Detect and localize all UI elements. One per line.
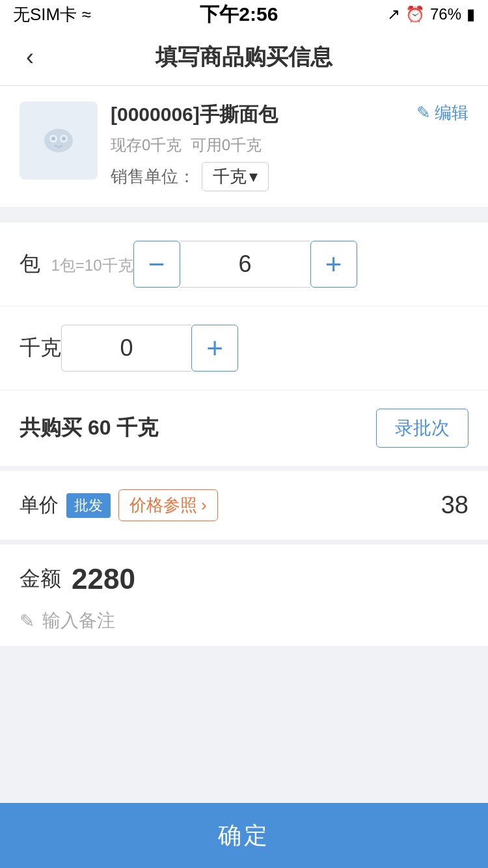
edit-icon: ✎ [416, 103, 431, 123]
battery-icon: ▮ [467, 5, 475, 23]
nav-bar: ‹ 填写商品购买信息 [0, 29, 488, 86]
package-sublabel: 1包=10千克 [51, 256, 133, 274]
price-left: 单价 批发 价格参照 › [20, 489, 218, 521]
kilogram-row: 千克 + [0, 306, 488, 390]
total-text: 共购买 60 千克 [20, 414, 158, 442]
kilogram-label-area: 千克 [20, 334, 61, 362]
package-label: 包 [20, 252, 40, 275]
svg-point-4 [62, 137, 66, 141]
status-bar: 无SIM卡 ≈ 下午2:56 ↗ ⏰ 76% ▮ [0, 0, 488, 29]
chevron-right-icon: › [201, 495, 207, 515]
unit-select[interactable]: 千克 ▾ [202, 162, 269, 191]
status-carrier: 无SIM卡 ≈ [13, 3, 91, 26]
batch-button[interactable]: 录批次 [376, 409, 468, 448]
svg-point-3 [51, 137, 55, 141]
remark-placeholder: 输入备注 [42, 608, 115, 633]
product-card: [0000006]手撕面包 现存0千克 可用0千克 销售单位： 千克 ▾ ✎ 编… [0, 86, 488, 212]
package-plus-button[interactable]: + [310, 241, 357, 288]
product-edit-area: ✎ 编辑 [416, 102, 468, 124]
package-label-area: 包 1包=10千克 [20, 250, 133, 278]
package-qty-input[interactable] [180, 241, 310, 288]
remark-row[interactable]: ✎ 输入备注 [20, 608, 468, 633]
chevron-down-icon: ▾ [249, 167, 258, 187]
amount-section: 金额 2280 ✎ 输入备注 [0, 545, 488, 646]
kilogram-plus-button[interactable]: + [191, 325, 238, 372]
product-stock: 现存0千克 可用0千克 [111, 135, 403, 156]
product-thumbnail-icon [39, 124, 78, 157]
status-time: 下午2:56 [200, 1, 278, 28]
amount-label: 金额 [20, 565, 61, 593]
status-icons: ↗ ⏰ 76% ▮ [387, 5, 475, 23]
price-tag: 批发 [66, 493, 111, 518]
location-icon: ↗ [387, 5, 400, 23]
amount-value: 2280 [72, 563, 135, 595]
kilogram-qty-input[interactable] [61, 325, 191, 372]
kilogram-label: 千克 [20, 336, 61, 359]
package-minus-button[interactable]: − [133, 241, 180, 288]
confirm-button[interactable]: 确定 [0, 803, 488, 868]
package-row: 包 1包=10千克 − + [0, 223, 488, 306]
alarm-icon: ⏰ [405, 5, 425, 23]
product-name: [0000006]手撕面包 [111, 102, 403, 128]
back-button[interactable]: ‹ [20, 37, 40, 77]
separator-1 [0, 212, 488, 223]
product-info: [0000006]手撕面包 现存0千克 可用0千克 销售单位： 千克 ▾ [111, 102, 403, 191]
edit-button[interactable]: ✎ 编辑 [416, 102, 468, 124]
svg-point-0 [44, 129, 73, 152]
price-section: 单价 批发 价格参照 › 38 [0, 471, 488, 545]
kilogram-qty-control: + [61, 325, 238, 372]
total-row: 共购买 60 千克 录批次 [0, 390, 488, 471]
price-value: 38 [441, 491, 468, 519]
price-label: 单价 [20, 492, 59, 519]
package-qty-control: − + [133, 241, 357, 288]
product-unit-row: 销售单位： 千克 ▾ [111, 162, 403, 191]
battery-level: 76% [430, 5, 461, 23]
amount-row: 金额 2280 [20, 563, 468, 595]
page-title: 填写商品购买信息 [156, 42, 332, 72]
pencil-icon: ✎ [20, 610, 34, 632]
product-image [20, 102, 98, 180]
quantity-section: 包 1包=10千克 − + 千克 + [0, 223, 488, 390]
price-ref-button[interactable]: 价格参照 › [118, 489, 218, 521]
